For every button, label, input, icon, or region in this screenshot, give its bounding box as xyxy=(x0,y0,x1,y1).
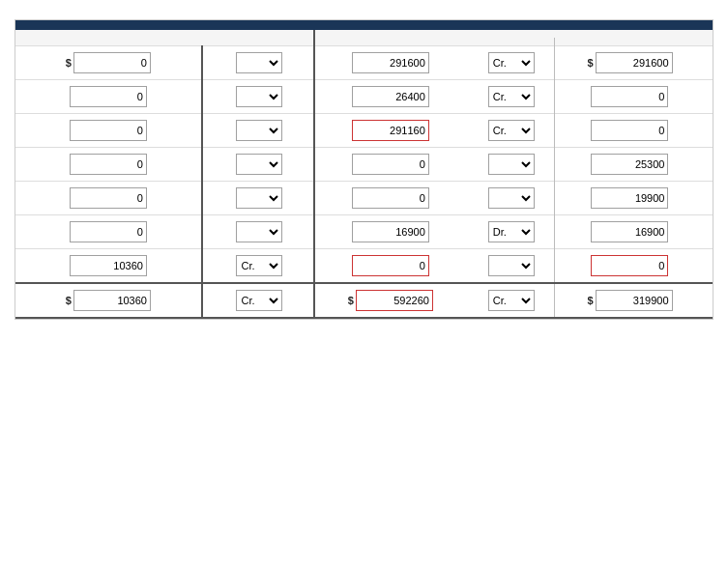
total-pension-input[interactable] xyxy=(73,290,151,311)
pension-input-4[interactable] xyxy=(70,187,147,209)
plan-input-6[interactable] xyxy=(591,255,668,276)
pbo-select-6[interactable]: Cr.Dr. xyxy=(488,255,535,276)
total-pension-select[interactable]: Cr.Dr. xyxy=(236,290,282,311)
pbo-input-1[interactable] xyxy=(352,86,429,107)
pbo-input-0[interactable] xyxy=(352,52,429,73)
pension-input-0[interactable] xyxy=(73,52,151,73)
dollar-sign: $ xyxy=(587,57,593,69)
pension-input-5[interactable] xyxy=(70,221,147,242)
table-row: Cr.Dr.Cr.Dr. xyxy=(15,182,713,215)
plan-input-5[interactable] xyxy=(591,221,668,242)
pension-select-3[interactable]: Cr.Dr. xyxy=(236,154,282,175)
plan-input-2[interactable] xyxy=(591,120,668,141)
total-plan-input[interactable] xyxy=(596,290,673,311)
pbo-input-4[interactable] xyxy=(352,187,429,209)
plan-input-1[interactable] xyxy=(591,86,668,107)
table-row: Cr.Dr.Cr.Dr. xyxy=(15,114,713,148)
dollar-sign: $ xyxy=(66,295,72,306)
total-pbo-input[interactable] xyxy=(356,290,433,311)
dollar-sign: $ xyxy=(66,57,72,69)
pbo-select-5[interactable]: Cr.Dr. xyxy=(488,221,535,242)
total-row: $Cr.Dr.$Cr.Dr.$ xyxy=(15,283,713,318)
plan-input-3[interactable] xyxy=(591,154,668,175)
pbo-input-6[interactable] xyxy=(352,255,429,276)
total-pbo-select[interactable]: Cr.Dr. xyxy=(488,290,535,311)
table-row: Cr.Dr.Cr.Dr. xyxy=(15,249,713,284)
dollar-sign: $ xyxy=(348,295,354,306)
pbo-select-3[interactable]: Cr.Dr. xyxy=(488,154,535,175)
pension-input-3[interactable] xyxy=(70,154,147,175)
pbo-select-4[interactable]: Cr.Dr. xyxy=(488,187,535,209)
table-row: Cr.Dr.Cr.Dr. xyxy=(15,215,713,249)
pension-select-5[interactable]: Cr.Dr. xyxy=(236,221,282,242)
pension-select-0[interactable]: Cr.Dr. xyxy=(236,52,282,73)
plan-input-0[interactable] xyxy=(596,52,673,73)
pension-select-1[interactable]: Cr.Dr. xyxy=(236,86,282,107)
table-row: Cr.Dr.Cr.Dr. xyxy=(15,80,713,114)
pbo-input-5[interactable] xyxy=(352,221,429,242)
pension-select-4[interactable]: Cr.Dr. xyxy=(236,187,282,209)
pension-select-6[interactable]: Cr.Dr. xyxy=(236,255,282,276)
pension-input-1[interactable] xyxy=(70,86,147,107)
pension-input-2[interactable] xyxy=(70,120,147,141)
pbo-select-0[interactable]: Cr.Dr. xyxy=(488,52,535,73)
pbo-input-3[interactable] xyxy=(352,154,429,175)
pbo-input-2[interactable] xyxy=(352,120,429,141)
pbo-select-2[interactable]: Cr.Dr. xyxy=(488,120,535,141)
pension-input-6[interactable] xyxy=(70,255,147,276)
dollar-sign: $ xyxy=(587,295,593,306)
pbo-select-1[interactable]: Cr.Dr. xyxy=(488,86,535,107)
company-header xyxy=(15,20,713,30)
pension-select-2[interactable]: Cr.Dr. xyxy=(236,120,282,141)
table-row: $Cr.Dr.Cr.Dr.$ xyxy=(15,46,713,80)
table-row: Cr.Dr.Cr.Dr. xyxy=(15,148,713,182)
plan-input-4[interactable] xyxy=(591,187,668,209)
